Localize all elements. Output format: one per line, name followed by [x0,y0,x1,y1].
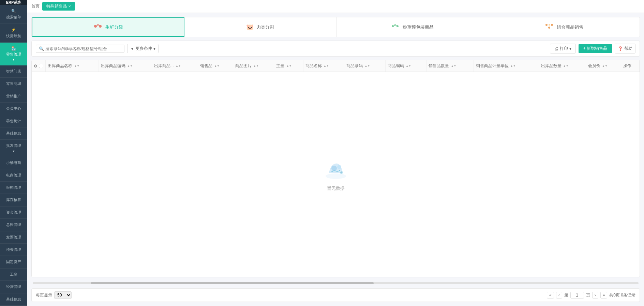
search-box[interactable]: 🔍 [36,45,124,53]
sidebar-item-ecom-mgmt[interactable]: 电商管理 [0,169,27,182]
page-size-select[interactable]: 50 100 200 [54,291,72,299]
svg-point-0 [94,25,97,28]
table-container: ⚙ 出库商品名称 ▲▼ 出库商品编码 ▲▼ [31,60,640,277]
sidebar-item-operations[interactable]: 经营管理 [0,281,27,293]
weigh-prepack-icon [390,23,400,31]
col-main-quantity: 主量 ▲▼ [274,60,303,72]
sort-product-name[interactable]: ▲▼ [324,65,329,67]
top-bar: 首页 特殊销售品 ✕ [27,0,644,13]
page-suffix: 页 [586,292,590,298]
quick-nav-icon: ⚡ [11,27,16,32]
horizontal-scrollbar-area [31,281,640,285]
sidebar-item-retail-stats[interactable]: 零售统计 [0,115,27,127]
svg-point-2 [99,25,102,28]
page-number-input[interactable] [570,292,584,299]
col-product-name: 商品名称 ▲▼ [303,60,344,72]
first-page-button[interactable]: « [547,292,554,299]
sort-sales-quantity[interactable]: ▲▼ [451,65,456,67]
pagination-left: 每页显示 50 100 200 [36,291,72,299]
main-area: 首页 特殊销售品 ✕ 生鲜分级 🐷 肉类分割 [27,0,644,306]
sidebar-item-retail-mall[interactable]: 零售商城 [0,78,27,90]
toolbar-right: 🖨 打印 ▾ + 新增销售品 ❓ 帮助 [550,44,635,53]
toolbar: 🔍 ▼ 更多条件 ▾ 🖨 打印 ▾ + 新增销售品 [31,41,640,57]
active-tab[interactable]: 特殊销售品 ✕ [42,2,75,11]
sidebar-item-smart-store[interactable]: 智慧门店 [0,65,27,78]
filter-button[interactable]: ▼ 更多条件 ▾ [127,44,159,53]
retail-icon: 🏪 [11,46,16,51]
sort-product-image[interactable]: ▲▼ [253,65,259,67]
sort-outbound-spec[interactable]: ▲▼ [176,65,181,67]
sort-outbound-code[interactable]: ▲▼ [127,65,133,67]
sidebar-item-payroll[interactable]: 工资 [0,269,27,281]
sidebar-item-wholesale[interactable]: 批发管理 ▼ [0,140,27,157]
pagination-right: « ‹ 第 页 › » 共0页 0条记录 [547,292,635,299]
sort-main-quantity[interactable]: ▲▼ [286,65,292,67]
sort-sales-unit[interactable]: ▲▼ [510,65,516,67]
svg-point-11 [549,24,550,26]
scrollbar-track[interactable] [33,282,639,284]
home-link[interactable]: 首页 [31,3,40,9]
sidebar-item-invoice[interactable]: 发票管理 [0,231,27,244]
svg-point-10 [551,24,553,26]
sidebar-item-ecom-mini[interactable]: 小畅电商 [0,157,27,169]
settings-col-icon[interactable]: ⚙ [34,64,38,68]
sort-product-code[interactable]: ▲▼ [406,65,411,67]
col-actions: 操作 [621,60,639,72]
sidebar-item-ledger[interactable]: 总账管理 [0,219,27,231]
select-all-checkbox[interactable] [39,64,43,68]
sidebar-item-basic-info-2[interactable]: 基础信息 [0,293,27,306]
filter-icon: ▼ [130,46,134,51]
total-records: 共0页 0条记录 [609,292,635,298]
fresh-grading-icon [93,23,103,31]
pagination-bar: 每页显示 50 100 200 « ‹ 第 页 › » 共0页 0条记录 [31,288,640,302]
tab-meat-cutting[interactable]: 🐷 肉类分割 [184,17,336,37]
help-button[interactable]: ❓ 帮助 [615,44,635,53]
col-outbound-spec: 出库商品... ▲▼ [152,60,198,72]
chevron-down-icon: ▼ [12,58,15,62]
scrollbar-thumb[interactable] [91,282,374,284]
sort-outbound-quantity[interactable]: ▲▼ [563,65,569,67]
sidebar-item-members[interactable]: 会员中心 [0,103,27,115]
tab-weigh-prepack[interactable]: 称重预包装商品 [336,17,488,37]
sidebar-item-basic-info-1[interactable]: 基础信息 [0,127,27,140]
tab-combo-sales[interactable]: 组合商品销售 [488,17,640,37]
last-page-button[interactable]: » [600,292,608,299]
combo-sales-icon [544,23,554,31]
search-menu-icon: 🔍 [11,9,16,14]
sort-member-price[interactable]: ▲▼ [602,65,608,67]
empty-text: 暂无数据 [327,185,345,192]
sidebar-item-search[interactable]: 🔍 搜索菜单 [0,5,27,24]
tab-label: 特殊销售品 [46,3,67,9]
page-label: 第 [564,292,568,298]
svg-point-13 [331,166,337,171]
svg-point-1 [97,24,99,26]
sort-sales-item[interactable]: ▲▼ [214,65,220,67]
sidebar-item-marketing[interactable]: 营销推广 [0,90,27,103]
col-barcode: 商品条码 ▲▼ [344,60,386,72]
sort-barcode[interactable]: ▲▼ [365,65,370,67]
col-outbound-quantity: 出库品数量 ▲▼ [539,60,586,72]
prev-page-button[interactable]: ‹ [556,292,562,299]
col-sales-quantity: 销售品数量 ▲▼ [426,60,474,72]
app-logo: ERP系统 [0,0,27,5]
category-tabs: 生鲜分级 🐷 肉类分割 称重预包装商品 [31,17,640,37]
sidebar-item-quick-nav[interactable]: ⚡ 快捷导航 [0,24,27,43]
sidebar-item-tax[interactable]: 税务管理 [0,244,27,256]
sidebar-item-purchase[interactable]: 采购管理 [0,182,27,194]
sidebar-item-finance[interactable]: 资金管理 [0,206,27,219]
col-product-code: 商品编码 ▲▼ [385,60,426,72]
sidebar-item-inventory[interactable]: 库存核算 [0,194,27,206]
col-product-image: 商品图片 ▲▼ [233,60,274,72]
add-product-button[interactable]: + 新增销售品 [579,44,612,53]
close-tab-icon[interactable]: ✕ [68,4,71,8]
sidebar-item-fixed-assets[interactable]: 固定资产 [0,256,27,268]
tab-fresh-grading[interactable]: 生鲜分级 [32,17,184,37]
print-button[interactable]: 🖨 打印 ▾ [550,44,576,53]
next-page-button[interactable]: › [592,292,598,299]
empty-state: 暂无数据 [32,72,640,277]
sort-outbound-name[interactable]: ▲▼ [74,65,79,67]
svg-point-12 [326,173,346,179]
sidebar-item-retail[interactable]: 🏪 零售管理 ▼ [0,43,27,65]
per-page-label: 每页显示 [36,292,52,298]
search-input[interactable] [45,46,121,51]
